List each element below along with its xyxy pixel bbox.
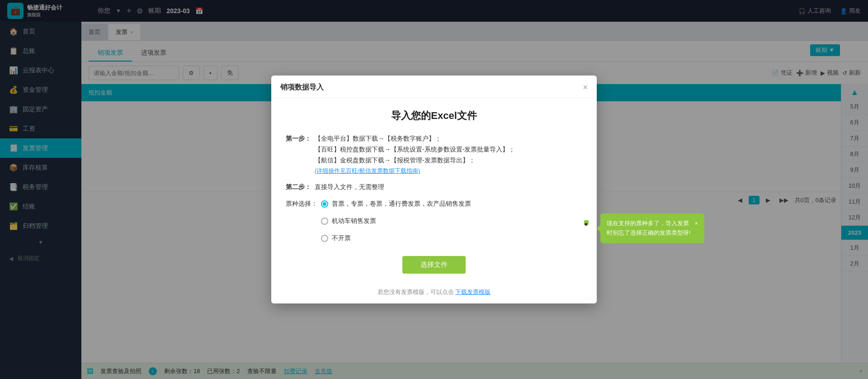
footer-text: 若您没有发票模版，可以点击 [377,289,454,295]
step2-row: 第二步： 直接导入文件，无需整理 [286,182,582,193]
modal-main-title: 导入您的Excel文件 [286,109,582,123]
radio-label-1: 普票，专票，卷票，通行费发票，农产品销售发票 [332,200,471,208]
step1-content: 【全电平台】数据下载→【税务数字账户】； 【百旺】税控盘数据下载→【系统设置-系… [315,133,582,176]
download-template-link[interactable]: 下载发票模版 [455,289,491,295]
modal-close-btn[interactable]: × [583,83,588,92]
radio-label-2: 机动车销售发票 [332,217,376,225]
modal-header: 销项数据导入 × [271,76,597,98]
radio-2[interactable] [321,218,328,225]
step2-label: 第二步： [286,182,311,193]
step2-content: 直接导入文件，无需整理 [315,182,582,193]
modal-footer: 若您没有发票模版，可以点击 下载发票模版 [271,283,597,303]
guide-link-text[interactable]: (详细操作见百旺/航信发票数据下载指南) [315,167,420,174]
modal-body: 导入您的Excel文件 第一步： 【全电平台】数据下载→【税务数字账户】； 【百… [271,98,597,283]
select-file-button[interactable]: 选择文件 [402,256,466,274]
radio-option-1[interactable]: 普票，专票，卷票，通行费发票，农产品销售发票 [321,200,582,208]
radio-option-3[interactable]: 不开票 [321,234,582,242]
tooltip-text: 现在支持的票种多了，导入发票时别忘了选择正确的发票类型呀! [607,220,691,236]
ticket-tooltip: × 现在支持的票种多了，导入发票时别忘了选择正确的发票类型呀! [600,213,704,243]
radio-1[interactable] [321,200,328,208]
radio-label-3: 不开票 [332,234,351,242]
step1-label: 第一步： [286,133,311,176]
step1-line1: 【全电平台】数据下载→【税务数字账户】； [315,133,582,144]
ticket-label: 票种选择： [286,200,317,208]
tooltip-close-btn[interactable]: × [694,219,698,228]
modal-overlay: 销项数据导入 × 导入您的Excel文件 第一步： 【全电平台】数据下载→【税务… [0,0,868,379]
step1-line2: 【百旺】税控盘数据下载→【系统设置-系统参数设置-发票批量导入】； [315,144,582,155]
step1-line3: 【航信】金税盘数据下载→【报税管理-发票数据导出】； [315,155,582,166]
ticket-select: 票种选择： 普票，专票，卷票，通行费发票，农产品销售发票 机动车销售发票 ● [286,200,582,247]
radio-option-2[interactable]: 机动车销售发票 ● [321,217,582,225]
step1-guide-link[interactable]: (详细操作见百旺/航信发票数据下载指南) [315,166,582,176]
import-modal: 销项数据导入 × 导入您的Excel文件 第一步： 【全电平台】数据下载→【税务… [271,76,597,303]
tooltip-arrow [597,225,600,232]
step1-row: 第一步： 【全电平台】数据下载→【税务数字账户】； 【百旺】税控盘数据下载→【系… [286,133,582,176]
modal-title: 销项数据导入 [280,83,324,92]
tooltip-connector-dot: ● [584,220,589,225]
radio-3[interactable] [321,235,328,242]
